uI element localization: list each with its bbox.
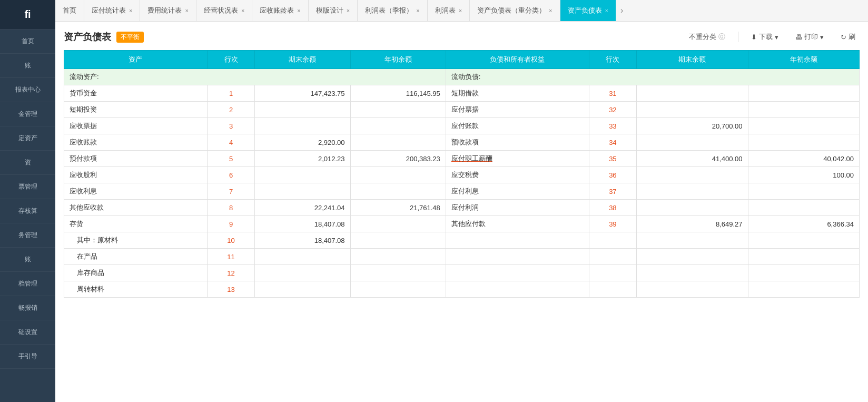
cell-row-right [589, 249, 637, 265]
cell-asset-name: 预付款项 [64, 151, 208, 167]
cell-end-right [637, 200, 748, 216]
cell-begin-left [350, 167, 446, 183]
tab-expense-stats[interactable]: 费用统计表 × [140, 0, 196, 21]
cell-end-right [637, 183, 748, 200]
section-label-left: 流动资产: [64, 69, 446, 85]
tab-balance-reclassified[interactable]: 资产负债表（重分类） × [470, 0, 560, 21]
tab-operations[interactable]: 经营状况表 × [196, 0, 252, 21]
tab-template-design[interactable]: 模版设计 × [309, 0, 358, 21]
tab-income-close[interactable]: × [459, 7, 462, 14]
sidebar-item-tax-mgmt[interactable]: 务管理 [0, 223, 55, 248]
tab-balance-label: 资产负债表 [568, 6, 602, 15]
cell-begin-right [748, 134, 859, 151]
cell-row-right: 31 [589, 85, 637, 102]
cell-row-left: 6 [207, 167, 255, 183]
cell-row-left: 12 [207, 265, 255, 281]
tab-operations-close[interactable]: × [241, 7, 244, 14]
cell-begin-left [350, 216, 446, 232]
sidebar-item-fund-mgmt[interactable]: 金管理 [0, 102, 55, 126]
cell-row-right: 35 [589, 151, 637, 167]
cell-end-left [255, 183, 350, 200]
sidebar-item-account[interactable]: 账 [0, 54, 55, 78]
cell-row-left: 8 [207, 200, 255, 216]
cell-end-left: 18,407.08 [255, 216, 350, 232]
cell-row-left: 5 [207, 151, 255, 167]
table-row: 应收票据 3 应付账款 33 20,700.00 [64, 118, 860, 134]
download-btn[interactable]: ⬇ 下载 ▾ [747, 30, 783, 44]
page-title-area: 资产负债表 不平衡 [64, 31, 144, 43]
tab-ar-aging[interactable]: 应收账龄表 × [252, 0, 308, 21]
cell-row-left: 9 [207, 216, 255, 232]
sidebar-item-inventory[interactable]: 存核算 [0, 199, 55, 223]
cell-asset-name: 存货 [64, 216, 208, 232]
tab-home[interactable]: 首页 [55, 0, 84, 21]
tab-balance-reclassified-close[interactable]: × [549, 7, 552, 14]
sidebar-item-expense[interactable]: 畅报销 [0, 296, 55, 320]
cell-row-right: 33 [589, 118, 637, 134]
cell-begin-right [748, 183, 859, 200]
cell-begin-right [748, 249, 859, 265]
cell-end-left: 147,423.75 [255, 85, 350, 102]
cell-end-left [255, 167, 350, 183]
cell-liability-name [446, 281, 589, 298]
tab-ap-stats[interactable]: 应付统计表 × [84, 0, 140, 21]
cell-end-left: 2,920.00 [255, 134, 350, 151]
tab-expense-stats-close[interactable]: × [185, 7, 188, 14]
cell-end-left [255, 281, 350, 298]
cell-end-right [637, 167, 748, 183]
cell-begin-right: 6,366.34 [748, 216, 859, 232]
sidebar-item-home[interactable]: 首页 [0, 30, 55, 54]
tab-ap-stats-close[interactable]: × [129, 7, 132, 14]
classify-btn[interactable]: 不重分类 ⓪ [685, 30, 729, 44]
th-end-balance-left: 期末余额 [255, 51, 350, 69]
cell-begin-right [748, 232, 859, 249]
cell-begin-left [350, 265, 446, 281]
tab-scroll-right[interactable]: › [616, 0, 627, 21]
sidebar-item-fixed-assets[interactable]: 定资产 [0, 126, 55, 151]
tab-balance[interactable]: 资产负债表 × [560, 0, 616, 21]
table-row: 其他应收款 8 22,241.04 21,761.48 应付利润 38 [64, 200, 860, 216]
sidebar-item-settings[interactable]: 础设置 [0, 320, 55, 345]
tab-income-quarterly-label: 利润表（季报） [365, 6, 413, 15]
sidebar: fi 首页 账 报表中心 金管理 定资产 资 票管理 存核算 务管理 账 档管理… [0, 0, 55, 402]
main-area: 首页 应付统计表 × 费用统计表 × 经营状况表 × 应收账龄表 × 模版设计 … [55, 0, 868, 402]
table-row: 应收账款 4 2,920.00 预收款项 34 [64, 134, 860, 151]
sidebar-item-archive[interactable]: 档管理 [0, 272, 55, 296]
help-icon[interactable]: ⓪ [718, 32, 725, 42]
cell-liability-name: 应付职工薪酬 [446, 151, 589, 167]
cell-asset-name: 周转材料 [64, 281, 208, 298]
unbalanced-badge: 不平衡 [116, 32, 144, 43]
sidebar-item-report-center[interactable]: 报表中心 [0, 78, 55, 102]
cell-liability-name: 应付票据 [446, 102, 589, 118]
table-row: 货币资金 1 147,423.75 116,145.95 短期借款 31 [64, 85, 860, 102]
cell-begin-right [748, 200, 859, 216]
tab-income-label: 利润表 [435, 6, 456, 15]
cell-liability-name: 预收款项 [446, 134, 589, 151]
tab-income[interactable]: 利润表 × [428, 0, 470, 21]
print-icon: 🖶 [795, 33, 802, 41]
sidebar-item-guide[interactable]: 手引导 [0, 345, 55, 369]
cell-end-left: 22,241.04 [255, 200, 350, 216]
refresh-btn[interactable]: ↻ 刷 [836, 30, 860, 44]
cell-row-right: 34 [589, 134, 637, 151]
cell-asset-name: 其中：原材料 [64, 232, 208, 249]
cell-row-right: 32 [589, 102, 637, 118]
tab-income-quarterly-close[interactable]: × [416, 7, 419, 14]
sidebar-item-capital[interactable]: 资 [0, 151, 55, 175]
cell-asset-name: 其他应收款 [64, 200, 208, 216]
tab-home-label: 首页 [63, 6, 76, 15]
sidebar-item-ledger[interactable]: 账 [0, 248, 55, 272]
cell-row-left: 2 [207, 102, 255, 118]
sidebar-item-ticket-mgmt[interactable]: 票管理 [0, 175, 55, 199]
th-row-left: 行次 [207, 51, 255, 69]
report-table: 资产 行次 期末余额 年初余额 负债和所有者权益 行次 期末余额 年初余额 流动… [64, 50, 860, 298]
tab-ar-aging-close[interactable]: × [297, 7, 300, 14]
print-btn[interactable]: 🖶 打印 ▾ [791, 30, 828, 44]
cell-begin-left [350, 134, 446, 151]
table-row: 周转材料 13 [64, 281, 860, 298]
cell-liability-name: 其他应付款 [446, 216, 589, 232]
tab-template-design-close[interactable]: × [347, 7, 350, 14]
tab-income-quarterly[interactable]: 利润表（季报） × [358, 0, 427, 21]
tab-balance-close[interactable]: × [605, 7, 608, 14]
table-row: 在产品 11 [64, 249, 860, 265]
